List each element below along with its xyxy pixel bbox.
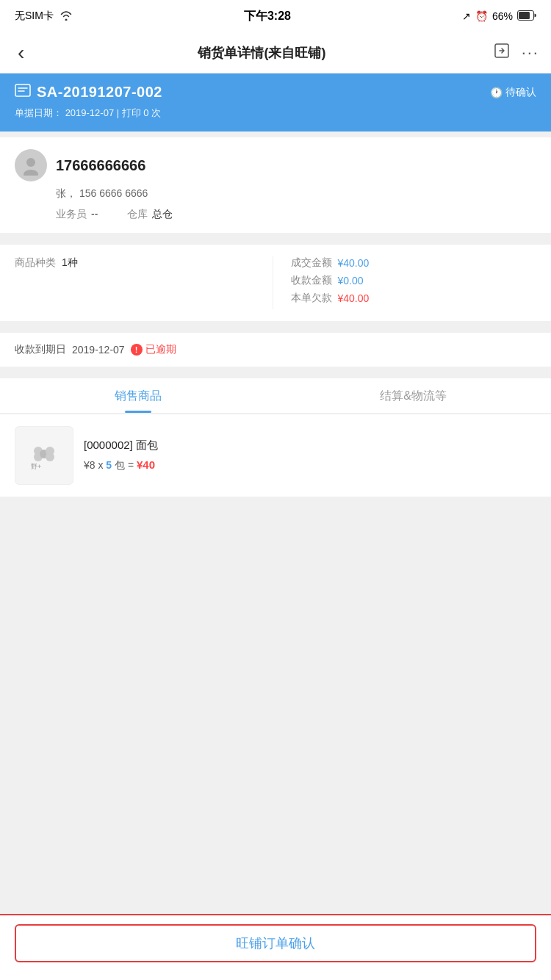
due-date-section: 收款到期日 2019-12-07 ! 已逾期: [0, 333, 551, 367]
customer-meta: 业务员 -- 仓库 总仓: [56, 208, 536, 221]
share-icon[interactable]: [494, 43, 510, 62]
stats-section: 商品种类 1种 成交金额 ¥40.00 收款金额 ¥0.00 本单欠款 ¥40.…: [0, 245, 551, 321]
status-time: 下午3:28: [244, 9, 291, 24]
alarm-icon: ⏰: [475, 10, 488, 22]
empty-area: [0, 497, 551, 644]
divider-1: [0, 131, 551, 137]
owed-amount-row: 本单欠款 ¥40.00: [291, 292, 537, 305]
customer-phone: 17666666666: [56, 157, 145, 174]
warehouse-meta: 仓库 总仓: [127, 208, 173, 221]
carrier-text: 无SIM卡: [15, 10, 54, 23]
svg-text:野+: 野+: [31, 463, 41, 470]
due-label: 收款到期日: [15, 343, 66, 356]
product-type-row: 商品种类 1种: [15, 256, 261, 270]
overdue-badge: ! 已逾期: [131, 343, 176, 356]
customer-row: 17666666666: [15, 149, 536, 181]
bottom-bar: 旺铺订单确认: [0, 914, 551, 980]
back-button[interactable]: ‹: [12, 37, 30, 69]
battery-icon: [517, 10, 536, 23]
product-item: 野+ [0000002] 面包 ¥8 x 5 包 = ¥40: [0, 414, 551, 497]
location-icon: ↗: [462, 10, 471, 22]
order-header: SA-20191207-002 🕐 待确认 单据日期： 2019-12-07 |…: [0, 73, 551, 131]
nav-bar: ‹ 销货单详情(来自旺铺) ···: [0, 32, 551, 73]
status-left: 无SIM卡: [15, 10, 73, 23]
product-thumbnail: 野+: [15, 426, 73, 485]
tabs-section: 销售商品 结算&物流等: [0, 378, 551, 414]
tab-settlement-logistics[interactable]: 结算&物流等: [276, 378, 551, 413]
divider-3: [0, 327, 551, 333]
wifi-icon: [60, 10, 73, 23]
product-section: 野+ [0000002] 面包 ¥8 x 5 包 = ¥40: [0, 414, 551, 497]
page-title: 销货单详情(来自旺铺): [198, 44, 325, 62]
overdue-text: 已逾期: [145, 343, 176, 356]
stats-right: 成交金额 ¥40.00 收款金额 ¥0.00 本单欠款 ¥40.00: [273, 256, 537, 309]
order-id: SA-20191207-002: [15, 84, 162, 101]
due-date: 2019-12-07: [72, 344, 125, 356]
divider-2: [0, 239, 551, 245]
battery-text: 66%: [492, 10, 513, 22]
product-price-row: ¥8 x 5 包 = ¥40: [84, 458, 536, 472]
received-amount-row: 收款金额 ¥0.00: [291, 274, 537, 287]
divider-4: [0, 372, 551, 378]
svg-point-10: [46, 447, 54, 455]
status-bar: 无SIM卡 下午3:28 ↗ ⏰ 66%: [0, 0, 551, 32]
svg-point-4: [26, 158, 35, 167]
svg-rect-1: [519, 12, 530, 19]
more-icon[interactable]: ···: [522, 43, 539, 62]
nav-actions: ···: [494, 43, 539, 62]
sales-meta: 业务员 --: [56, 208, 98, 221]
customer-section: 17666666666 张， 156 6666 6666 业务员 -- 仓库 总…: [0, 137, 551, 233]
order-date: 单据日期： 2019-12-07 | 打印 0 次: [15, 107, 536, 120]
svg-rect-3: [15, 84, 30, 96]
order-status: 🕐 待确认: [490, 86, 536, 99]
order-icon: [15, 84, 31, 101]
status-clock-icon: 🕐: [490, 87, 503, 98]
product-name: [0000002] 面包: [84, 439, 536, 453]
deal-amount-row: 成交金额 ¥40.00: [291, 256, 537, 270]
status-right: ↗ ⏰ 66%: [462, 10, 536, 23]
tab-sales-products[interactable]: 销售商品: [0, 378, 276, 413]
stats-left: 商品种类 1种: [15, 256, 273, 309]
avatar: [15, 149, 47, 181]
svg-point-5: [24, 170, 38, 176]
customer-name: 张， 156 6666 6666: [56, 187, 536, 201]
product-info: [0000002] 面包 ¥8 x 5 包 = ¥40: [84, 439, 536, 472]
overdue-dot-icon: !: [131, 344, 143, 356]
confirm-order-button[interactable]: 旺铺订单确认: [15, 924, 536, 962]
